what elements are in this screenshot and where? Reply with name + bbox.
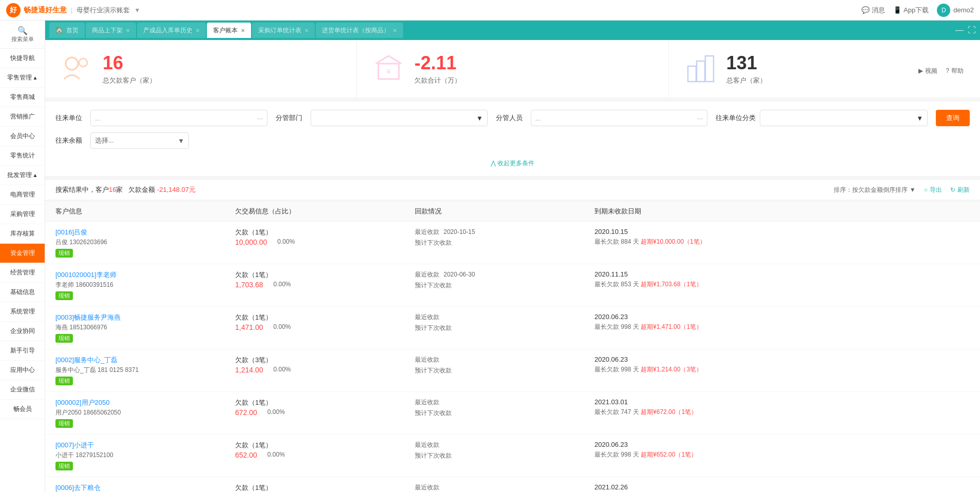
user-avatar[interactable]: D demo2 xyxy=(937,4,974,17)
sidebar-item-system[interactable]: 系统管理 xyxy=(0,302,45,322)
table-row: [0007]小进干 小进干 18279152100 现销 欠款（1笔） 652.… xyxy=(45,435,980,477)
balance-dropdown-icon: ▼ xyxy=(178,137,184,145)
result-info: 搜索结果中，客户16家 欠款金额 -21,148.07元 排序：按欠款金额倒序排… xyxy=(45,180,980,200)
chevron-icon: ▲ xyxy=(33,75,38,81)
sidebar-item-basic-info[interactable]: 基础信息 xyxy=(0,283,45,302)
table-row: [0016]吕俊 吕俊 13026203696 现销 欠款（1笔） 10,000… xyxy=(45,222,980,264)
logo-text: 畅捷通好生意 xyxy=(24,6,67,15)
sidebar-item-wholesale[interactable]: 批发管理 ▲ xyxy=(0,166,45,185)
stat-card-customers: 16 总欠款客户（家） xyxy=(45,40,357,97)
close-tab-5[interactable]: ✕ xyxy=(393,28,397,33)
filter-unit-category: 往来单位分类 ▼ xyxy=(716,110,928,126)
export-button[interactable]: ○ 导出 xyxy=(924,186,942,194)
sidebar-item-enterprise-wechat[interactable]: 企业微信 xyxy=(0,380,45,400)
customer-name-link[interactable]: [0001020001]李老师 xyxy=(55,271,117,279)
debt-cell: 欠款（1笔） 10,000.00 0.00% xyxy=(235,228,415,246)
customer-name-link[interactable]: [0002]服务中心_丁磊 xyxy=(55,356,118,364)
sidebar-item-operations[interactable]: 经营管理 xyxy=(0,263,45,283)
close-tab-1[interactable]: ✕ xyxy=(126,28,130,33)
maximize-icon[interactable]: ⛶ xyxy=(968,26,976,35)
stats-row: 16 总欠款客户（家） ¥ -2.11 欠款合计（万） xyxy=(45,40,980,97)
message-btn[interactable]: 💬 消息 xyxy=(861,6,885,15)
debt-cell: 欠款（1笔） 455.90 0.00% xyxy=(235,483,415,493)
svg-point-0 xyxy=(66,57,78,70)
customer-name-link[interactable]: [000002]用户2050 xyxy=(55,399,110,406)
close-tab-4[interactable]: ✕ xyxy=(304,28,309,33)
refresh-button[interactable]: ↻ 刷新 xyxy=(950,186,970,194)
customer-tag: 现销 xyxy=(55,291,73,300)
person-more-icon: ··· xyxy=(697,114,703,122)
sort-select[interactable]: 排序：按欠款金额倒序排序 ▼ xyxy=(834,186,916,194)
table-row: [0001020001]李老师 李老师 18600391516 现销 欠款（1笔… xyxy=(45,264,980,307)
sidebar-item-chang-member[interactable]: 畅会员 xyxy=(0,400,45,419)
sidebar-item-retail-stats[interactable]: 零售统计 xyxy=(0,146,45,166)
stat-label-customers: 总欠款客户（家） xyxy=(103,76,156,85)
filter-from-unit: 往来单位 ... ··· xyxy=(55,110,267,126)
customer-name-link[interactable]: [0016]吕俊 xyxy=(55,228,87,236)
avatar: D xyxy=(937,4,950,17)
customer-name-link[interactable]: [0003]畅捷服务尹海燕 xyxy=(55,313,121,321)
customer-info: 用户2050 18665062050 xyxy=(55,408,235,417)
sidebar: 🔍 搜索菜单 快捷导航 零售管理 ▲ 零售商城 营销推广 会员中心 零售统计 xyxy=(0,21,45,493)
overdue-cell: 2020.06.23 最长欠款 998 天 超期¥652.00（1笔） xyxy=(594,441,970,459)
sidebar-item-new-guide[interactable]: 新手引导 xyxy=(0,341,45,361)
result-text: 搜索结果中，客户16家 欠款金额 -21,148.07元 xyxy=(55,186,196,193)
tab-purchase-stats-product[interactable]: 进货单统计表（按商品） ✕ xyxy=(316,23,403,38)
video-icon: ▶ xyxy=(918,67,923,74)
sort-label: 排序：按欠款金额倒序排序 xyxy=(834,186,908,194)
app-download-btn[interactable]: 📱 App下载 xyxy=(893,6,929,15)
close-tab-2[interactable]: ✕ xyxy=(196,28,200,33)
from-unit-label: 往来单位 xyxy=(55,113,86,123)
col-header-recovery: 回款情况 xyxy=(415,207,594,216)
stat-label-total: 总客户（家） xyxy=(726,76,766,85)
filter-dept: 分管部门 ▼ xyxy=(276,110,488,126)
tab-purchase-order-stats[interactable]: 采购订单统计表 ✕ xyxy=(252,23,315,38)
from-unit-input[interactable]: ... ··· xyxy=(90,110,267,126)
svg-rect-3 xyxy=(688,66,696,82)
sidebar-item-purchase[interactable]: 采购管理 xyxy=(0,205,45,224)
sidebar-item-retail-mall[interactable]: 零售商城 xyxy=(0,88,45,107)
sidebar-item-member-center[interactable]: 会员中心 xyxy=(0,127,45,146)
recovery-cell: 最近收款 预计下次收款 xyxy=(415,441,594,460)
sidebar-item-retail-mgmt[interactable]: 零售管理 ▲ xyxy=(0,68,45,88)
dept-select[interactable]: ▼ xyxy=(311,110,488,126)
store-dropdown[interactable]: ▼ xyxy=(134,7,140,14)
tab-product-history[interactable]: 产成品入库单历史 ✕ xyxy=(137,23,206,38)
sidebar-item-ecommerce[interactable]: 电商管理 xyxy=(0,185,45,205)
col-header-overdue: 到期未收款日期 xyxy=(594,207,970,216)
collapse-button[interactable]: ⋀ 收起更多条件 xyxy=(491,160,534,167)
person-input[interactable]: ... ··· xyxy=(531,110,708,126)
sidebar-item-finance[interactable]: 资金管理 xyxy=(0,244,45,263)
video-btn[interactable]: ▶ 视频 xyxy=(918,67,937,75)
help-btn[interactable]: ? 帮助 xyxy=(946,67,964,75)
search-button[interactable]: 查询 xyxy=(936,110,970,126)
overdue-cell: 2020.06.23 最长欠款 998 天 超期¥1,471.00（1笔） xyxy=(594,313,970,331)
collapse-icon: ⋀ xyxy=(491,160,496,167)
sidebar-item-app-center[interactable]: 应用中心 xyxy=(0,361,45,380)
customer-tag: 现销 xyxy=(55,334,73,343)
tab-customer-account[interactable]: 客户账本 ✕ xyxy=(207,23,251,38)
username-label: demo2 xyxy=(953,6,974,14)
sidebar-item-marketing[interactable]: 营销推广 xyxy=(0,107,45,127)
sidebar-item-inventory[interactable]: 库存核算 xyxy=(0,224,45,244)
tab-product-shelf[interactable]: 商品上下架 ✕ xyxy=(86,23,136,38)
stat-value-debt: -2.11 xyxy=(414,52,461,74)
dept-label: 分管部门 xyxy=(276,113,306,123)
customer-name-link[interactable]: [0007]小进干 xyxy=(55,441,94,449)
customer-info: 小进干 18279152100 xyxy=(55,451,235,460)
balance-select[interactable]: 选择... ▼ xyxy=(90,132,189,149)
col-header-customer: 客户信息 xyxy=(55,207,235,216)
sidebar-item-enterprise-collab[interactable]: 企业协同 xyxy=(0,322,45,341)
export-icon: ○ xyxy=(924,186,928,193)
sidebar-item-quick-nav[interactable]: 快捷导航 xyxy=(0,49,45,68)
sidebar-search[interactable]: 🔍 搜索菜单 xyxy=(0,21,45,49)
refresh-icon: ↻ xyxy=(950,186,955,193)
minimize-icon[interactable]: — xyxy=(955,26,964,35)
overdue-cell: 2020.11.15 最长欠款 853 天 超期¥1,703.68（1笔） xyxy=(594,270,970,289)
filter-area: 往来单位 ... ··· 分管部门 ▼ xyxy=(45,102,980,176)
customer-name-link[interactable]: [0006]去下粮仓 xyxy=(55,484,101,491)
tab-home[interactable]: 🏠 首页 xyxy=(49,23,85,38)
customer-cell: [0001020001]李老师 李老师 18600391516 现销 xyxy=(55,270,235,300)
unit-category-select[interactable]: ▼ xyxy=(760,110,928,126)
close-tab-3[interactable]: ✕ xyxy=(241,28,245,33)
